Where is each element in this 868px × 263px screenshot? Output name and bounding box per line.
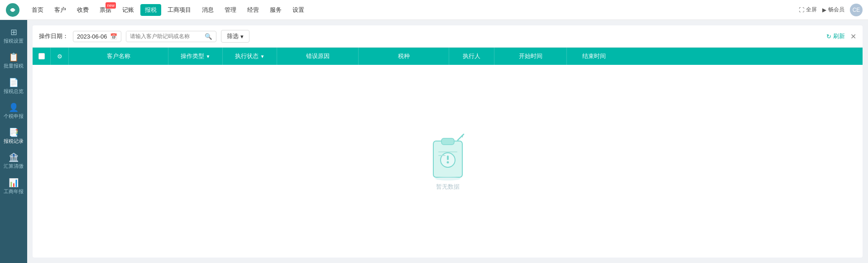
settlement-icon: 🏦: [9, 153, 19, 161]
filter-button[interactable]: 筛选 ▾: [221, 30, 249, 43]
date-picker[interactable]: 2023-06-06 📅: [73, 31, 121, 42]
filter-icon-status[interactable]: ▼: [260, 54, 265, 59]
th-executor: 执行人: [449, 48, 494, 65]
search-icon: 🔍: [205, 33, 212, 40]
app-logo[interactable]: [5, 3, 20, 17]
filter-icon-operation[interactable]: ▼: [206, 54, 211, 59]
nav-item-tax[interactable]: 报税: [140, 4, 161, 16]
nav-item-finance[interactable]: 经营: [243, 4, 264, 16]
nav-item-manage[interactable]: 管理: [220, 4, 241, 16]
sidebar-item-tax-record[interactable]: 📑 报税记录: [0, 124, 27, 149]
sidebar-item-settlement[interactable]: 🏦 汇算清缴: [0, 149, 27, 174]
content-area: 操作日期： 2023-06-06 📅 🔍 筛选 ▾ ↻: [27, 20, 868, 263]
header-checkbox[interactable]: [38, 53, 45, 59]
nav-items: 首页 客户 收费 票据 new 记账 报税 工商项目 消息 管理 经营 服务 设…: [27, 4, 799, 16]
search-input[interactable]: [126, 31, 201, 41]
svg-point-1: [11, 8, 14, 12]
empty-text: 暂无数据: [436, 183, 460, 191]
sidebar: ⊞ 报税设置 📋 批量报税 📄 报税总览 👤 个税申报 📑 报税记录 🏦 汇算清…: [0, 20, 27, 263]
empty-icon: [425, 132, 470, 177]
table-body: 暂无数据: [33, 65, 863, 258]
nav-item-message[interactable]: 消息: [197, 4, 218, 16]
th-operation-type: 操作类型 ▼: [168, 48, 223, 65]
tax-settings-icon: ⊞: [10, 28, 17, 36]
th-exec-status: 执行状态 ▼: [223, 48, 277, 65]
th-start-time: 开始时间: [494, 48, 567, 65]
nav-item-accounting[interactable]: 记账: [118, 4, 139, 16]
th-settings: ⚙: [51, 48, 69, 65]
th-end-time: 结束时间: [567, 48, 621, 65]
search-button[interactable]: 🔍: [201, 31, 216, 42]
fullscreen-icon: ⛶: [799, 7, 804, 13]
svg-point-11: [435, 177, 460, 180]
toolbar: 操作日期： 2023-06-06 📅 🔍 筛选 ▾ ↻: [33, 25, 863, 48]
nav-item-invoice[interactable]: 票据 new: [95, 4, 116, 16]
new-badge: new: [106, 2, 116, 9]
close-button[interactable]: ✕: [850, 32, 856, 41]
nav-item-home[interactable]: 首页: [27, 4, 48, 16]
tax-record-icon: 📑: [9, 128, 19, 136]
th-client-name: 客户名称: [69, 48, 168, 65]
sidebar-item-tax-overview[interactable]: 📄 报税总览: [0, 74, 27, 99]
settings-icon[interactable]: ⚙: [57, 53, 62, 60]
main-layout: ⊞ 报税设置 📋 批量报税 📄 报税总览 👤 个税申报 📑 报税记录 🏦 汇算清…: [0, 20, 868, 263]
sidebar-item-tax-settings[interactable]: ⊞ 报税设置: [0, 24, 27, 49]
table-container: 操作日期： 2023-06-06 📅 🔍 筛选 ▾ ↻: [33, 25, 863, 258]
refresh-icon: ↻: [826, 33, 831, 40]
svg-rect-3: [441, 138, 454, 145]
th-error-reason: 错误原因: [277, 48, 359, 65]
tax-overview-icon: 📄: [9, 78, 19, 87]
empty-state: 暂无数据: [412, 118, 484, 205]
refresh-button[interactable]: ↻ 刷新: [826, 32, 845, 40]
sidebar-item-annual-report[interactable]: 📊 工商年报: [0, 174, 27, 199]
th-checkbox[interactable]: [33, 48, 51, 65]
svg-point-6: [446, 161, 449, 163]
toolbar-right: ↻ 刷新 ✕: [826, 32, 856, 41]
avatar[interactable]: CE: [850, 4, 863, 16]
th-tax-type: 税种: [359, 48, 449, 65]
batch-tax-icon: 📋: [9, 53, 19, 61]
nav-item-billing[interactable]: 收费: [72, 4, 93, 16]
sidebar-item-batch-tax[interactable]: 📋 批量报税: [0, 49, 27, 73]
table-header: ⚙ 客户名称 操作类型 ▼ 执行状态 ▼ 错误原因 税种: [33, 48, 863, 65]
top-navigation: 首页 客户 收费 票据 new 记账 报税 工商项目 消息 管理 经营 服务 设…: [0, 0, 868, 20]
personal-tax-icon: 👤: [9, 103, 19, 112]
calendar-icon: 📅: [110, 33, 117, 40]
search-wrapper: 🔍: [126, 31, 216, 42]
svg-rect-5: [447, 156, 449, 160]
nav-item-customer[interactable]: 客户: [50, 4, 71, 16]
nav-item-settings[interactable]: 设置: [288, 4, 309, 16]
date-label: 操作日期：: [39, 32, 68, 40]
member-button[interactable]: ▶ 畅会员: [822, 6, 844, 14]
annual-report-icon: 📊: [9, 179, 19, 187]
nav-right: ⛶ 全屏 ▶ 畅会员 CE: [799, 4, 863, 16]
nav-item-business[interactable]: 工商项目: [163, 4, 196, 16]
nav-item-service[interactable]: 服务: [265, 4, 286, 16]
chevron-down-icon: ▾: [240, 33, 244, 40]
sidebar-item-personal-tax[interactable]: 👤 个税申报: [0, 99, 27, 124]
member-icon: ▶: [822, 7, 826, 13]
fullscreen-button[interactable]: ⛶ 全屏: [799, 6, 817, 14]
